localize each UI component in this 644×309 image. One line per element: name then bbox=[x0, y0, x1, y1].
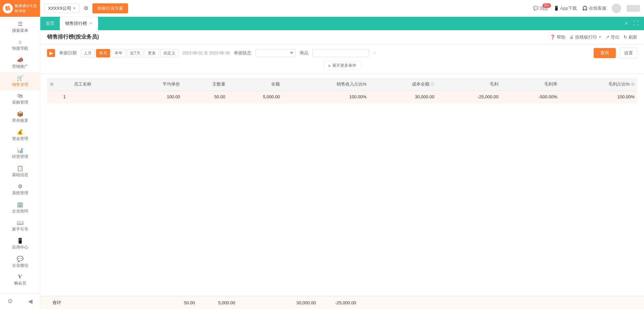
sidebar-item-guide[interactable]: 📖 新手引导 bbox=[0, 217, 40, 235]
sidebar-item-inventory[interactable]: 📦 库存核算 bbox=[0, 108, 40, 126]
sidebar-collapse-btn[interactable]: ◀ bbox=[25, 296, 35, 306]
logo-text: 畅康通好生意 标准版 bbox=[15, 3, 37, 14]
message-btn[interactable]: 💬 消息 99+ bbox=[533, 5, 548, 11]
avatar[interactable] bbox=[612, 4, 621, 13]
sidebar-item-search[interactable]: ☰ 搜索菜单 bbox=[0, 18, 40, 36]
sidebar-item-sales[interactable]: 🛒 销售管理 bbox=[0, 72, 40, 90]
date-range-display: 2023-06-01 至 2023-06-30 bbox=[182, 50, 230, 56]
query-btn[interactable]: 查询 bbox=[594, 48, 616, 58]
sidebar-item-system[interactable]: ⚙ 系统管理 bbox=[0, 181, 40, 199]
status-filter-label: 单据状态 bbox=[234, 50, 251, 56]
tab-sales-rank[interactable]: 销售排行榜 × bbox=[60, 17, 98, 30]
home-icon: ⌂ bbox=[18, 39, 22, 45]
footer-cost-amount: 30,000.00 bbox=[278, 300, 318, 305]
this-year-btn[interactable]: 本年 bbox=[112, 49, 126, 57]
operations-icon: 📊 bbox=[17, 147, 24, 153]
sidebar-item-label: 基础信息 bbox=[12, 172, 28, 178]
custom-date-btn[interactable]: 自定义 bbox=[160, 49, 178, 57]
filter-expand-btn[interactable]: ▶ bbox=[47, 49, 55, 57]
sidebar-item-purchase[interactable]: 🛍 采购管理 bbox=[0, 90, 40, 108]
sidebar-item-label: 营销推广 bbox=[12, 64, 28, 69]
print-btn[interactable]: 🖨 按模板打印 ▼ bbox=[569, 34, 602, 40]
sidebar-item-basic-info[interactable]: 📋 基础信息 bbox=[0, 162, 40, 181]
last-7-days-btn[interactable]: 近7天 bbox=[127, 49, 143, 57]
more-filters-btn[interactable]: ··· bbox=[373, 51, 376, 55]
page-actions: ❓ 帮助 🖨 按模板打印 ▼ ↗ 导出 ↻ 刷新 bbox=[550, 34, 637, 40]
table-header-row: ⚙ 员工名称 平均单价 主数量 全额 销售收入占比% 成本全额 ⓘ 毛利 bbox=[47, 78, 637, 91]
goods-filter-input[interactable] bbox=[312, 49, 369, 57]
sales-icon: 🛒 bbox=[17, 75, 24, 81]
col-cost-amount: 成本全额 ⓘ bbox=[369, 78, 437, 91]
row-employee bbox=[71, 91, 127, 103]
refresh-icon: ↻ bbox=[624, 35, 627, 40]
message-icon: 💬 bbox=[533, 6, 539, 11]
sidebar: 畅 畅康通好生意 标准版 ☰ 搜索菜单 ⌂ 快捷导航 📣 营销推广 🛒 销售管理… bbox=[0, 0, 40, 309]
row-qty: 50.00 bbox=[183, 91, 228, 103]
page-title: 销售排行榜(按业务员) bbox=[47, 34, 99, 41]
row-cost-amount: 30,000.00 bbox=[369, 91, 437, 103]
tab-home[interactable]: 首页 bbox=[40, 17, 60, 30]
col-amount: 全额 bbox=[228, 78, 283, 91]
tab-close-icon[interactable]: × bbox=[89, 21, 93, 26]
sidebar-item-member[interactable]: V 畅会员 bbox=[0, 271, 40, 289]
refresh-btn[interactable]: ↻ 刷新 bbox=[624, 34, 637, 40]
trial-btn[interactable]: 体验行业方案 bbox=[92, 3, 128, 13]
more-date-btn[interactable]: 更多 bbox=[145, 49, 159, 57]
app-download-label: App下载 bbox=[560, 5, 577, 11]
system-icon: ⚙ bbox=[18, 183, 23, 190]
filter-row-main: ▶ 单据日期 上月 本月 本年 近7天 更多 自定义 2023-06-01 至 … bbox=[47, 48, 637, 58]
sidebar-item-operations[interactable]: 📊 经营管理 bbox=[0, 144, 40, 162]
status-filter-select[interactable] bbox=[255, 49, 296, 57]
this-month-btn[interactable]: 本月 bbox=[96, 49, 110, 57]
headset-icon: 🎧 bbox=[582, 6, 588, 11]
col-avg-price: 平均单价 bbox=[127, 78, 183, 91]
page-content: 销售排行榜(按业务员) ❓ 帮助 🖨 按模板打印 ▼ ↗ 导出 ↻ 刷新 bbox=[40, 30, 644, 309]
page-header: 销售排行榜(按业务员) ❓ 帮助 🖨 按模板打印 ▼ ↗ 导出 ↻ 刷新 bbox=[40, 30, 644, 44]
app-download-btn[interactable]: 📱 App下载 bbox=[554, 5, 577, 11]
expand-more-btn[interactable]: ∨ 展开更多条件 bbox=[324, 61, 361, 70]
sidebar-item-wechat[interactable]: 💬 企业微信 bbox=[0, 253, 40, 271]
tab-bar: 首页 销售排行榜 × × ⛶ bbox=[40, 17, 644, 30]
sidebar-item-finance[interactable]: 💰 资金管理 bbox=[0, 126, 40, 144]
export-label: 导出 bbox=[611, 34, 619, 40]
footer-gross-profit: -25,000.00 bbox=[318, 300, 359, 305]
message-badge: 99+ bbox=[543, 3, 551, 8]
search-icon: ☰ bbox=[18, 21, 23, 27]
col-settings: ⚙ bbox=[47, 78, 58, 91]
sidebar-item-label: 新手引导 bbox=[12, 226, 28, 232]
wechat-icon: 💬 bbox=[17, 256, 24, 262]
table-footer: 合计 50.00 5,000.00 30,000.00 -25,000.00 bbox=[40, 296, 644, 309]
sidebar-item-quick-nav[interactable]: ⌂ 快捷导航 bbox=[0, 36, 40, 54]
sidebar-nav: ☰ 搜索菜单 ⌂ 快捷导航 📣 营销推广 🛒 销售管理 🛍 采购管理 📦 库存核… bbox=[0, 17, 40, 293]
row-avg-price: 100.00 bbox=[127, 91, 183, 103]
sidebar-item-app-center[interactable]: 📱 应用中心 bbox=[0, 235, 40, 253]
export-btn[interactable]: ↗ 导出 bbox=[606, 34, 619, 40]
online-service-btn[interactable]: 🎧 在线客服 bbox=[582, 5, 606, 11]
col-gross-margin: 毛利率 bbox=[501, 78, 560, 91]
sidebar-item-label: 应用中心 bbox=[12, 245, 28, 250]
column-settings-icon[interactable]: ⚙ bbox=[50, 82, 54, 87]
col-sales-pct: 销售收入占比% bbox=[283, 78, 369, 91]
top-bar: XXXXX公司 ▼ ⚙ 体验行业方案 💬 消息 99+ 📱 App下载 🎧 在线… bbox=[40, 0, 644, 17]
expand-down-icon: ∨ bbox=[328, 63, 331, 68]
footer-amount: 5,000.00 bbox=[198, 300, 238, 305]
sidebar-item-label: 系统管理 bbox=[12, 190, 28, 196]
topbar-settings-btn[interactable]: ⚙ bbox=[82, 4, 90, 13]
data-table: ⚙ 员工名称 平均单价 主数量 全额 销售收入占比% 成本全额 ⓘ 毛利 bbox=[47, 78, 637, 103]
col-qty: 主数量 bbox=[183, 78, 228, 91]
sidebar-item-enterprise[interactable]: 🏢 企业协同 bbox=[0, 199, 40, 217]
help-btn[interactable]: ❓ 帮助 bbox=[550, 34, 565, 40]
row-rank: 1 bbox=[58, 91, 71, 103]
window-close-btn[interactable]: × bbox=[624, 19, 629, 28]
gross-pct-info-icon: ⓢ bbox=[631, 82, 635, 86]
sidebar-item-label: 销售管理 bbox=[12, 82, 28, 88]
export-icon: ↗ bbox=[606, 35, 609, 40]
company-selector[interactable]: XXXXX公司 ▼ bbox=[44, 4, 80, 13]
sidebar-settings-btn[interactable]: ⚙ bbox=[5, 296, 15, 306]
filter-settings-btn[interactable]: 设置 bbox=[620, 48, 637, 58]
app-center-icon: 📱 bbox=[17, 238, 24, 244]
col-employee: 员工名称 bbox=[71, 78, 127, 91]
sidebar-item-marketing[interactable]: 📣 营销推广 bbox=[0, 54, 40, 72]
window-expand-btn[interactable]: ⛶ bbox=[632, 19, 640, 28]
prev-month-btn[interactable]: 上月 bbox=[81, 49, 95, 57]
